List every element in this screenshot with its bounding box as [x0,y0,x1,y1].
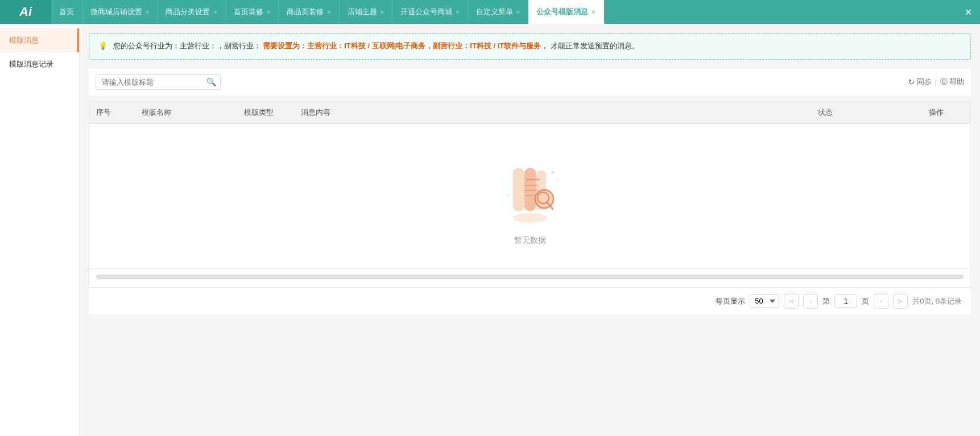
nav-tab-home[interactable]: 首页 [51,0,82,24]
scrollbar-area[interactable] [89,268,970,287]
sidebar: 模版消息模版消息记录 [0,24,80,436]
logo: Ai [0,0,51,24]
svg-point-8 [551,171,554,173]
nav-tab-close-product-category[interactable]: × [213,9,217,15]
empty-text: 暂无数据 [514,235,546,246]
search-bar: 🔍 ↻ 同步 | ⓪ 帮助 [89,69,971,95]
th-type: 模版类型 [237,102,294,123]
total-info: 共0页, 0条记录 [912,296,962,306]
search-button[interactable]: 🔍 [206,77,216,86]
sync-icon: ↻ [908,78,915,86]
search-left: 🔍 [96,74,221,90]
empty-state: 暂无数据 [89,124,970,268]
page-size-select[interactable]: 50 10 20 100 [750,294,779,308]
help-button[interactable]: ⓪ 帮助 [940,77,964,87]
nav-tab-close-template-msg[interactable]: × [592,9,595,15]
nav-tab-close-custom-menu[interactable]: × [516,9,520,15]
last-page-button[interactable]: ⊳ [893,294,908,309]
top-nav: Ai 首页微商城店铺设置×商品分类设置×首页装修×商品页装修×店铺主题×开通公众… [0,0,980,24]
horizontal-scrollbar[interactable] [96,275,964,279]
sync-button[interactable]: ↻ 同步 [908,77,932,87]
th-name: 模版名称 [135,102,237,123]
help-icon: ⓪ [940,77,948,87]
nav-tabs: 首页微商城店铺设置×商品分类设置×首页装修×商品页装修×店铺主题×开通公众号商城… [51,0,956,24]
nav-tab-shop-theme[interactable]: 店铺主题× [340,0,392,24]
layout: 模版消息模版消息记录 💡 您的公众号行业为：主营行业：，副营行业： 需要设置为：… [0,24,980,436]
page-label-post: 页 [862,296,869,306]
nav-tab-home-decor[interactable]: 首页装修× [226,0,279,24]
page-label-pre: 第 [822,296,830,306]
nav-tab-custom-menu[interactable]: 自定义菜单× [468,0,528,24]
table-header: 序号 模版名称 模版类型 消息内容 状态 操作 [89,102,970,124]
global-close-button[interactable]: ✕ [956,0,980,24]
sidebar-item-template-msg[interactable]: 模版消息 [0,28,79,52]
nav-tab-close-product-decor[interactable]: × [327,9,330,15]
page-input[interactable] [834,294,857,308]
sidebar-item-template-msg-log[interactable]: 模版消息记录 [0,52,79,76]
help-label: 帮助 [949,77,964,87]
svg-point-0 [513,213,547,222]
th-status: 状态 [811,102,902,123]
divider: | [935,78,937,86]
alert-prefix: 您的公众号行业为：主营行业：，副营行业： [113,41,261,50]
logo-text: Ai [19,5,32,19]
next-page-button[interactable]: › [874,294,888,309]
pagination: 每页显示 50 10 20 100 ⊲ ‹ 第 页 › ⊳ 共0页, 0条记录 [89,288,971,314]
search-input-wrap: 🔍 [96,74,221,90]
first-page-button[interactable]: ⊲ [784,294,799,309]
nav-tab-close-open-mall[interactable]: × [456,9,459,15]
empty-illustration [496,158,564,226]
alert-box: 💡 您的公众号行业为：主营行业：，副营行业： 需要设置为：主营行业：IT科技 /… [89,33,971,60]
nav-tab-close-home-decor[interactable]: × [267,9,270,15]
alert-highlight: 需要设置为：主营行业：IT科技 / 互联网|电子商务，副营行业：IT科技 / I… [263,41,548,50]
alert-icon: 💡 [98,41,107,50]
nav-tab-template-msg[interactable]: 公众号模版消息× [528,0,603,24]
main-content: 💡 您的公众号行业为：主营行业：，副营行业： 需要设置为：主营行业：IT科技 /… [80,24,980,436]
page-size-label: 每页显示 [716,296,745,306]
nav-tab-close-micro-shop[interactable]: × [146,9,149,15]
svg-point-10 [507,194,510,196]
prev-page-button[interactable]: ‹ [803,294,818,309]
table-wrap: 序号 模版名称 模版类型 消息内容 状态 操作 [89,101,971,288]
search-input[interactable] [96,74,221,90]
svg-point-9 [556,178,558,180]
th-action: 操作 [902,102,970,123]
nav-tab-product-decor[interactable]: 商品页装修× [279,0,339,24]
sync-label: 同步 [917,77,932,87]
nav-tab-product-category[interactable]: 商品分类设置× [158,0,225,24]
search-right: ↻ 同步 | ⓪ 帮助 [908,77,964,87]
th-content: 消息内容 [294,102,811,123]
nav-tab-open-mall[interactable]: 开通公众号商城× [392,0,468,24]
nav-tab-micro-shop[interactable]: 微商城店铺设置× [82,0,158,24]
nav-tab-close-shop-theme[interactable]: × [381,9,384,15]
th-seq: 序号 [89,102,135,123]
alert-suffix: 才能正常发送预置的消息。 [551,41,639,50]
